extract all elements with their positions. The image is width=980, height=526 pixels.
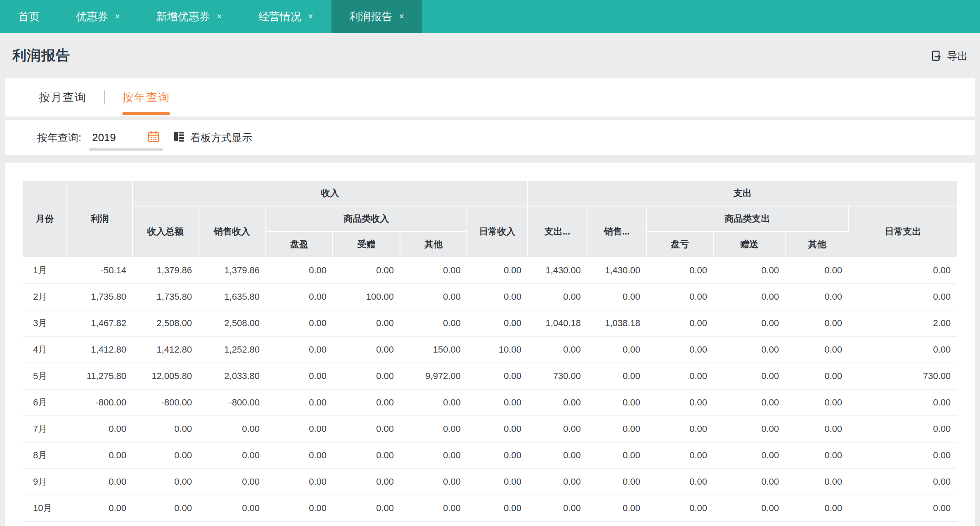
col-header-inventory-loss: 盘亏 (647, 232, 714, 258)
divider (104, 90, 105, 104)
table-row: 7月0.000.000.000.000.000.000.000.000.000.… (23, 416, 957, 443)
value-cell: 0.00 (647, 258, 714, 284)
value-cell: 100.00 (333, 284, 400, 310)
value-cell: 0.00 (467, 258, 528, 284)
value-cell: 2,033.80 (199, 363, 266, 390)
value-cell: 150.00 (400, 337, 467, 363)
value-cell: 1,635.80 (199, 284, 266, 310)
value-cell: 0.00 (67, 416, 133, 443)
value-cell: 0.00 (266, 390, 333, 416)
value-cell: 0.00 (786, 337, 849, 363)
value-cell: 2.00 (849, 310, 957, 337)
month-cell: 8月 (23, 443, 67, 469)
value-cell: 0.00 (714, 310, 786, 337)
close-icon[interactable]: × (308, 12, 313, 21)
value-cell: 0.00 (266, 363, 333, 390)
col-header-daily-income: 日常收入 (467, 206, 528, 258)
value-cell: 730.00 (528, 363, 587, 390)
value-cell: 0.00 (266, 258, 333, 284)
tab-home[interactable]: 首页 (0, 0, 58, 33)
value-cell: 0.00 (400, 416, 467, 443)
value-cell: 11,275.80 (67, 363, 133, 390)
profit-table: 月份 利润 收入 支出 收入总额 销售收入 商品类收入 日常收入 支出... 销… (23, 181, 957, 522)
tab-profit-report[interactable]: 利润报告 × (331, 0, 423, 33)
col-header-sales-expense: 销售... (587, 206, 647, 258)
table-row: 1月-50.141,379.861,379.860.000.000.000.00… (23, 258, 957, 284)
value-cell: 1,412.80 (133, 337, 199, 363)
col-header-expense-other: 其他 (786, 232, 849, 258)
board-view-label: 看板方式显示 (190, 131, 252, 145)
export-label: 导出 (947, 49, 968, 63)
value-cell: 0.00 (587, 390, 647, 416)
board-view-button[interactable]: 看板方式显示 (173, 130, 252, 145)
year-query-label: 按年查询: (37, 131, 81, 145)
value-cell: 0.00 (266, 469, 333, 495)
value-cell: 0.00 (528, 443, 587, 469)
calendar-icon[interactable] (147, 130, 161, 145)
value-cell: 0.00 (647, 495, 714, 522)
tab-business-status[interactable]: 经营情况 × (240, 0, 331, 33)
month-cell: 6月 (23, 390, 67, 416)
value-cell: 0.00 (528, 390, 587, 416)
value-cell: 0.00 (199, 469, 266, 495)
value-cell: 12,005.80 (133, 363, 199, 390)
value-cell: 0.00 (528, 416, 587, 443)
tab-monthly-query[interactable]: 按月查询 (39, 78, 87, 116)
col-header-expense-total: 支出... (528, 206, 587, 258)
table-row: 5月11,275.8012,005.802,033.800.000.009,97… (23, 363, 957, 390)
year-input[interactable]: 2019 (91, 126, 161, 149)
value-cell: 0.00 (400, 310, 467, 337)
value-cell: 0.00 (467, 469, 528, 495)
value-cell: 0.00 (400, 495, 467, 522)
value-cell: 0.00 (333, 310, 400, 337)
value-cell: 0.00 (849, 443, 957, 469)
close-icon[interactable]: × (399, 12, 405, 21)
value-cell: 0.00 (849, 469, 957, 495)
tab-coupons[interactable]: 优惠券 × (58, 0, 138, 33)
value-cell: 0.00 (266, 443, 333, 469)
tab-label: 优惠券 (76, 9, 108, 24)
value-cell: 0.00 (647, 284, 714, 310)
tab-yearly-query[interactable]: 按年查询 (122, 78, 170, 116)
close-icon[interactable]: × (115, 12, 120, 21)
value-cell: 0.00 (714, 337, 786, 363)
month-cell: 2月 (23, 284, 67, 310)
value-cell: 0.00 (133, 495, 199, 522)
col-header-month: 月份 (23, 181, 67, 258)
col-header-inventory-gain: 盘盈 (266, 232, 333, 258)
close-icon[interactable]: × (217, 12, 222, 21)
value-cell: 1,430.00 (587, 258, 647, 284)
value-cell: 0.00 (333, 363, 400, 390)
col-header-profit: 利润 (67, 181, 133, 258)
value-cell: 0.00 (786, 310, 849, 337)
value-cell: 0.00 (467, 363, 528, 390)
value-cell: 0.00 (133, 443, 199, 469)
tab-label: 利润报告 (350, 9, 393, 24)
month-cell: 7月 (23, 416, 67, 443)
value-cell: 0.00 (647, 310, 714, 337)
profit-table-card: 月份 利润 收入 支出 收入总额 销售收入 商品类收入 日常收入 支出... 销… (5, 163, 975, 526)
value-cell: 0.00 (528, 284, 587, 310)
value-cell: 2,508.00 (133, 310, 199, 337)
table-row: 4月1,412.801,412.801,252.800.000.00150.00… (23, 337, 957, 363)
col-header-income-total: 收入总额 (133, 206, 199, 258)
value-cell: 0.00 (467, 416, 528, 443)
value-cell: 0.00 (714, 495, 786, 522)
value-cell: 0.00 (333, 416, 400, 443)
value-cell: 1,735.80 (133, 284, 199, 310)
value-cell: 0.00 (199, 416, 266, 443)
value-cell: 0.00 (587, 363, 647, 390)
tab-new-coupon[interactable]: 新增优惠券 × (138, 0, 240, 33)
month-cell: 9月 (23, 469, 67, 495)
value-cell: 10.00 (467, 337, 528, 363)
value-cell: 0.00 (647, 337, 714, 363)
value-cell: 0.00 (714, 416, 786, 443)
value-cell: 1,252.80 (199, 337, 266, 363)
table-body: 1月-50.141,379.861,379.860.000.000.000.00… (23, 258, 957, 522)
export-button[interactable]: 导出 (930, 49, 968, 63)
value-cell: 0.00 (849, 416, 957, 443)
value-cell: 0.00 (714, 258, 786, 284)
value-cell: 730.00 (849, 363, 957, 390)
year-value: 2019 (91, 131, 116, 144)
tab-label: 经营情况 (258, 9, 301, 24)
